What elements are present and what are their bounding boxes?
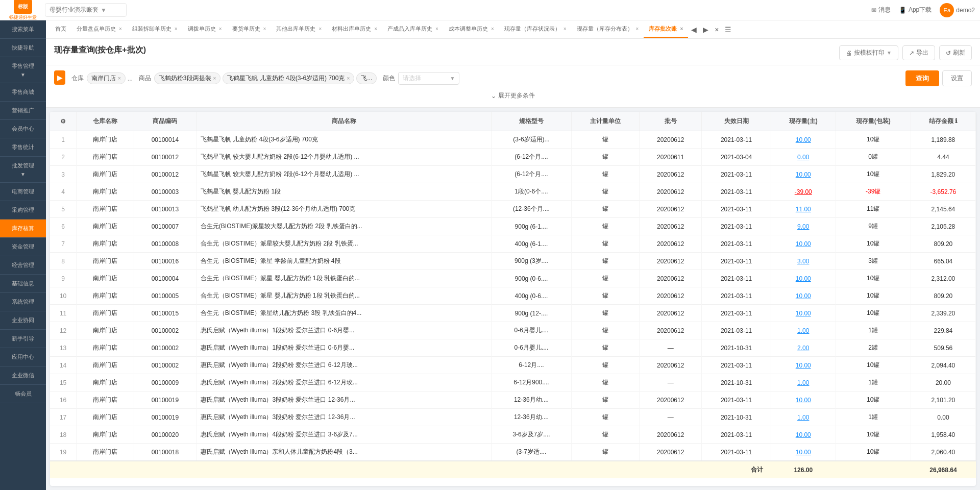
cell-num: 4 <box>50 183 77 201</box>
sidebar-item-系统管理[interactable]: 系统管理 <box>0 293 46 311</box>
tab-close-icon[interactable]: × <box>564 26 567 32</box>
tab-item-2[interactable]: 组装拆卸单历史× <box>127 21 183 38</box>
cell-stock_main[interactable]: 1.00 <box>771 409 836 426</box>
tab-menu-btn[interactable]: ☰ <box>722 23 734 36</box>
cell-stock_main[interactable]: 10.00 <box>771 166 836 183</box>
cell-expiry: 2021-03-11 <box>702 218 771 235</box>
tab-close-icon[interactable]: × <box>119 26 122 32</box>
industry-select[interactable]: 母婴行业演示账套 ▼ <box>45 3 127 17</box>
sidebar-item-畅会员[interactable]: 畅会员 <box>0 385 46 403</box>
cell-stock_main[interactable]: 9.00 <box>771 218 836 235</box>
sidebar-item-库存核算[interactable]: 库存核算 <box>0 219 46 238</box>
cell-expiry: 2021-03-11 <box>702 357 771 374</box>
tab-close-icon[interactable]: × <box>175 26 178 32</box>
cell-balance: 2,145.64 <box>911 201 975 218</box>
col-header-settings[interactable]: ⚙ <box>50 112 77 131</box>
cell-stock_main[interactable]: 10.00 <box>771 305 836 322</box>
tab-item-8[interactable]: 成本调整单历史× <box>444 21 499 38</box>
cell-stock_main[interactable]: 10.00 <box>771 426 836 444</box>
sidebar-item-采购管理[interactable]: 采购管理 <box>0 201 46 219</box>
filter-expand-arrow[interactable]: ▶ <box>54 70 65 85</box>
cell-balance: 1,829.20 <box>911 166 975 183</box>
table-body: 1南岸门店00100014飞鹤星飞帆 儿童奶粉 4段(3-6岁适用) 700克(… <box>50 131 976 461</box>
tab-item-10[interactable]: 现存量（库存分布表）× <box>572 21 644 38</box>
sidebar-item-零售统计[interactable]: 零售统计 <box>0 138 46 157</box>
tab-item-9[interactable]: 现存量（库存状况表）× <box>499 21 572 38</box>
tab-close-icon[interactable]: × <box>219 26 222 32</box>
expand-more-label: 展开更多条件 <box>498 91 535 100</box>
cell-stock_main[interactable]: 1.00 <box>771 374 836 391</box>
sidebar-item-零售管理[interactable]: 零售管理▼ <box>0 57 46 83</box>
tab-close-all-btn[interactable]: × <box>712 23 722 36</box>
cell-stock_main[interactable]: 10.00 <box>771 270 836 287</box>
product-tag-close[interactable]: × <box>347 76 350 81</box>
sidebar-item-电商管理[interactable]: 电商管理 <box>0 183 46 201</box>
app-download-btn[interactable]: 📱 App下载 <box>899 6 932 14</box>
tab-close-icon[interactable]: × <box>374 26 377 32</box>
sidebar-item-会员中心[interactable]: 会员中心 <box>0 120 46 138</box>
col-header-code: 商品编码 <box>134 112 196 131</box>
cell-stock_main[interactable]: 10.00 <box>771 444 836 461</box>
cell-stock_main[interactable]: -39.00 <box>771 183 836 201</box>
cell-stock_main[interactable]: 10.00 <box>771 235 836 253</box>
sidebar-item-资金管理[interactable]: 资金管理 <box>0 238 46 256</box>
sidebar-item-搜索菜单[interactable]: 搜索菜单 <box>0 20 46 39</box>
tab-close-icon[interactable]: × <box>435 26 438 32</box>
product-tag-text: 飞鹤奶粉3段两提装 <box>159 74 211 83</box>
cell-stock_main[interactable]: 10.00 <box>771 131 836 149</box>
cell-stock_main[interactable]: 1.00 <box>771 322 836 339</box>
tab-close-icon[interactable]: × <box>636 26 639 32</box>
tab-item-3[interactable]: 调拨单历史× <box>183 21 227 38</box>
sidebar-item-基础信息[interactable]: 基础信息 <box>0 275 46 293</box>
expand-more-btn[interactable]: ⌄ 展开更多条件 <box>489 89 537 102</box>
cell-spec: (3-7岁适.... <box>492 444 572 461</box>
export-label: 导出 <box>916 48 928 57</box>
sidebar-item-营销推广[interactable]: 营销推广 <box>0 102 46 120</box>
cell-balance: 2,094.40 <box>911 357 975 374</box>
tab-item-11[interactable]: 库存批次账× <box>644 21 688 38</box>
tab-item-7[interactable]: 产成品入库单历史× <box>382 21 444 38</box>
cell-stock_main[interactable]: 10.00 <box>771 391 836 409</box>
user-avatar-area[interactable]: Ea demo2 <box>940 3 975 17</box>
tab-nav-left[interactable]: ◀ <box>688 23 700 36</box>
cell-spec: (6-12个月.... <box>492 149 572 166</box>
cell-stock_main[interactable]: 3.00 <box>771 253 836 270</box>
cell-stock_main[interactable]: 10.00 <box>771 357 836 374</box>
color-input-wrap[interactable]: 请选择 ▼ <box>398 72 459 85</box>
inventory-table: ⚙仓库名称商品编码商品名称规格型号主计量单位批号失效日期现存量(主)现存量(包装… <box>50 112 976 478</box>
warehouse-tag-close[interactable]: × <box>118 76 121 81</box>
cell-stock_main[interactable]: 11.00 <box>771 201 836 218</box>
sidebar-item-经营管理[interactable]: 经营管理 <box>0 256 46 275</box>
tab-item-6[interactable]: 材料出库单历史× <box>327 21 382 38</box>
cell-stock_main[interactable]: 0.00 <box>771 149 836 166</box>
cell-stock_main[interactable]: 10.00 <box>771 287 836 305</box>
sidebar-item-新手引导[interactable]: 新手引导 <box>0 330 46 348</box>
tab-item-5[interactable]: 其他出库单历史× <box>271 21 327 38</box>
cell-spec: 900g (12-.... <box>492 305 572 322</box>
sidebar-item-快捷导航[interactable]: 快捷导航 <box>0 39 46 57</box>
sidebar-item-批发管理[interactable]: 批发管理▼ <box>0 157 46 183</box>
tab-item-1[interactable]: 分量盘点单历史× <box>71 21 127 38</box>
product-tag-close[interactable]: × <box>213 76 216 81</box>
setting-btn[interactable]: 设置 <box>942 70 972 86</box>
tab-nav-right[interactable]: ▶ <box>700 23 712 36</box>
sidebar-item-企业微信[interactable]: 企业微信 <box>0 366 46 385</box>
tab-close-icon[interactable]: × <box>318 26 322 32</box>
export-btn[interactable]: ↗ 导出 <box>902 45 935 60</box>
tab-item-4[interactable]: 要货单历史× <box>227 21 272 38</box>
print-btn[interactable]: 🖨 按模板打印 ▼ <box>839 45 898 60</box>
query-btn[interactable]: 查询 <box>905 70 939 86</box>
sidebar-item-零售商城[interactable]: 零售商城 <box>0 83 46 102</box>
message-btn[interactable]: ✉ 消息 <box>871 6 891 14</box>
tab-close-icon[interactable]: × <box>263 26 266 32</box>
tab-close-icon[interactable]: × <box>680 26 683 32</box>
tab-close-icon[interactable]: × <box>491 26 494 32</box>
warehouse-filter-more[interactable]: ... <box>128 75 133 82</box>
sidebar-item-应用中心[interactable]: 应用中心 <box>0 348 46 366</box>
cell-spec: (3-6岁适用)... <box>492 131 572 149</box>
cell-stock_main[interactable]: 2.00 <box>771 339 836 357</box>
tab-item-0[interactable]: 首页 <box>50 21 71 38</box>
sidebar-item-企业协同[interactable]: 企业协同 <box>0 311 46 330</box>
table-row: 18南岸门店00100020惠氏启赋（Wyeth illuma）4段奶粉 爱尔兰… <box>50 426 976 444</box>
refresh-btn[interactable]: ↺ 刷新 <box>939 45 972 60</box>
